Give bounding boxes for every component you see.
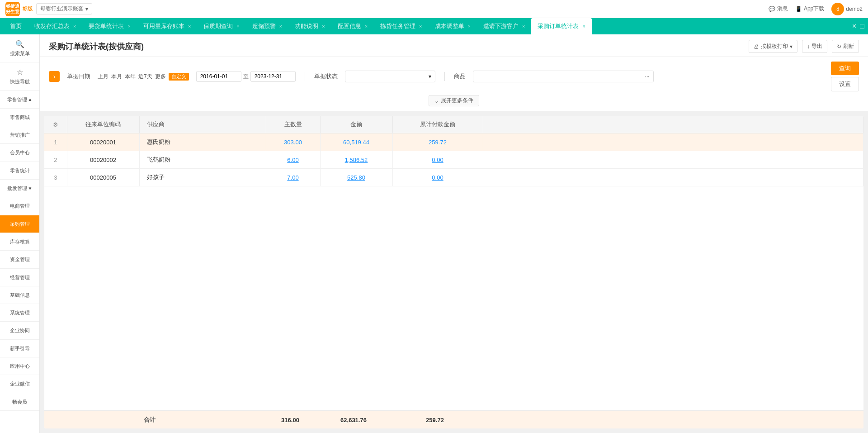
tab-order-summary[interactable]: 要货单统计表 ×	[82, 18, 137, 34]
sidebar-item-inventory[interactable]: 库存核算	[0, 233, 39, 251]
tab-function-desc-close[interactable]: ×	[322, 24, 325, 29]
sidebar-item-retail-mgmt[interactable]: 零售管理 ▲	[0, 91, 39, 109]
th-rest	[483, 116, 863, 133]
shortcut-this-year[interactable]: 本年	[125, 73, 136, 81]
cell-qty[interactable]: 6.00	[266, 151, 320, 169]
filter-toggle-btn[interactable]: ›	[49, 71, 60, 82]
tab-config-info-close[interactable]: ×	[365, 24, 368, 29]
sidebar-item-ecommerce[interactable]: 电商管理	[0, 197, 39, 215]
btn-export[interactable]: ↓ 导出	[802, 40, 827, 53]
sidebar-new-guide-label: 新手引导	[10, 345, 30, 352]
btn-query[interactable]: 查询	[831, 62, 859, 75]
nav-window-max[interactable]: □	[860, 22, 864, 30]
tab-function-desc[interactable]: 功能说明 ×	[288, 18, 331, 34]
date-from-input[interactable]	[196, 71, 241, 82]
status-select[interactable]: ▾	[345, 71, 435, 82]
nav-window-close[interactable]: ×	[852, 22, 856, 30]
expand-more-label: 展开更多条件	[441, 97, 473, 105]
workspace-selector[interactable]: 母婴行业演示账套 ▾	[36, 3, 92, 14]
tab-order-summary-close[interactable]: ×	[127, 24, 130, 29]
btn-refresh[interactable]: ↻ 刷新	[832, 40, 859, 53]
cell-amount[interactable]: 525.80	[320, 169, 392, 186]
footer-label: 合计	[144, 416, 156, 423]
sidebar-item-system[interactable]: 系统管理	[0, 304, 39, 322]
tab-order-summary-label: 要货单统计表	[89, 22, 124, 30]
message-action[interactable]: 💬 消息	[769, 5, 788, 13]
th-code: 往来单位编码	[67, 116, 139, 133]
cell-paid[interactable]: 0.00	[392, 151, 483, 169]
date-custom-badge[interactable]: 自定义	[169, 73, 189, 81]
tab-pick-task-close[interactable]: ×	[419, 24, 422, 29]
date-to-input[interactable]	[250, 71, 296, 82]
shortcut-this-month[interactable]: 本月	[111, 73, 122, 81]
shortcut-more[interactable]: 更多	[155, 73, 166, 81]
tab-purchase-summary-close[interactable]: ×	[582, 24, 585, 29]
btn-export-label: 导出	[811, 43, 822, 50]
sidebar-item-member[interactable]: 会员中心	[0, 144, 39, 162]
tab-receive-summary-close[interactable]: ×	[73, 24, 76, 29]
sidebar-item-purchase[interactable]: 采购管理	[0, 215, 39, 233]
sidebar-retail-stats-label: 零售统计	[10, 167, 30, 174]
sidebar-item-shortcut[interactable]: ☆ 快捷导航	[0, 62, 39, 90]
cell-qty[interactable]: 303.00	[266, 133, 320, 151]
sidebar-item-search[interactable]: 🔍 搜索菜单	[0, 34, 39, 62]
sidebar-ecommerce-label: 电商管理	[10, 203, 30, 209]
sidebar-item-vip[interactable]: 畅会员	[0, 393, 39, 411]
btn-template-print[interactable]: 🖨 按模板打印 ▾	[749, 40, 797, 53]
goods-filter[interactable]: ···	[473, 71, 654, 82]
sidebar-item-finance[interactable]: 资金管理	[0, 251, 39, 268]
tab-invite-downstream[interactable]: 邀请下游客户 ×	[477, 18, 531, 34]
tab-expiry-check[interactable]: 保质期查询 ×	[197, 18, 245, 34]
tab-expiry-check-close[interactable]: ×	[236, 24, 239, 29]
sidebar-item-wholesale[interactable]: 批发管理 ▼	[0, 180, 39, 197]
cell-supplier: 惠氏奶粉	[139, 133, 266, 151]
sidebar-item-retail-stats[interactable]: 零售统计	[0, 162, 39, 180]
workspace-chevron: ▾	[85, 6, 88, 12]
goods-filter-more: ···	[645, 73, 650, 80]
cell-paid[interactable]: 259.72	[392, 133, 483, 151]
cell-qty[interactable]: 7.00	[266, 169, 320, 186]
tab-config-info[interactable]: 配置信息 ×	[331, 18, 374, 34]
sidebar-item-new-guide[interactable]: 新手引导	[0, 340, 39, 357]
tab-home[interactable]: 首页	[4, 18, 28, 34]
app-download-action[interactable]: 📱 App下载	[795, 5, 824, 13]
nav-tabs: 首页 收发存汇总表 × 要货单统计表 × 可用量库存账本 × 保质期查询 × 超…	[0, 18, 868, 34]
message-label: 消息	[777, 5, 788, 13]
th-qty: 主数量	[266, 116, 320, 133]
sidebar-item-retail-store[interactable]: 零售商城	[0, 109, 39, 126]
expand-more-btn[interactable]: ⌄ 展开更多条件	[429, 95, 479, 106]
btn-settings[interactable]: 设置	[831, 77, 859, 91]
cell-paid[interactable]: 0.00	[392, 169, 483, 186]
search-icon: 🔍	[15, 40, 24, 48]
tab-overstock-warning-close[interactable]: ×	[279, 24, 282, 29]
tab-config-info-label: 配置信息	[338, 22, 361, 30]
tab-available-stock-close[interactable]: ×	[188, 24, 191, 29]
sidebar-item-enterprise[interactable]: 企业协同	[0, 322, 39, 339]
cell-amount[interactable]: 60,519.44	[320, 133, 392, 151]
sidebar-item-enterprise-wechat[interactable]: 企业微信	[0, 375, 39, 393]
message-icon: 💬	[769, 6, 775, 12]
tab-invite-downstream-close[interactable]: ×	[522, 24, 525, 29]
tab-purchase-summary-label: 采购订单统计表	[538, 22, 579, 30]
cell-supplier: 飞鹤奶粉	[139, 151, 266, 169]
tab-purchase-summary[interactable]: 采购订单统计表 ×	[531, 18, 591, 34]
cell-amount[interactable]: 1,586.52	[320, 151, 392, 169]
sidebar-item-basic-info[interactable]: 基础信息	[0, 286, 39, 304]
shortcut-last-month[interactable]: 上月	[98, 73, 108, 81]
sidebar-item-app-center[interactable]: 应用中心	[0, 357, 39, 375]
sidebar-item-marketing[interactable]: 营销推广	[0, 126, 39, 144]
table-container: ⚙ 往来单位编码 供应商 主数量 金额 累计付款金额 1 00020001	[44, 116, 863, 428]
gear-icon[interactable]: ⚙	[53, 121, 58, 128]
tab-available-stock[interactable]: 可用量库存账本 ×	[137, 18, 197, 34]
user-profile[interactable]: d demo2	[831, 3, 863, 15]
shortcut-last-7-days[interactable]: 近7天	[138, 73, 152, 81]
tab-receive-summary[interactable]: 收发存汇总表 ×	[28, 18, 82, 34]
user-avatar: d	[831, 3, 844, 15]
tab-cost-adjust[interactable]: 成本调整单 ×	[429, 18, 477, 34]
sidebar-item-operations[interactable]: 经营管理	[0, 269, 39, 286]
btn-refresh-label: 刷新	[843, 43, 854, 50]
tab-overstock-warning[interactable]: 超储预警 ×	[246, 18, 288, 34]
tab-pick-task[interactable]: 拣货任务管理 ×	[374, 18, 428, 34]
tab-cost-adjust-close[interactable]: ×	[468, 24, 471, 29]
footer-paid: 259.72	[426, 417, 444, 423]
